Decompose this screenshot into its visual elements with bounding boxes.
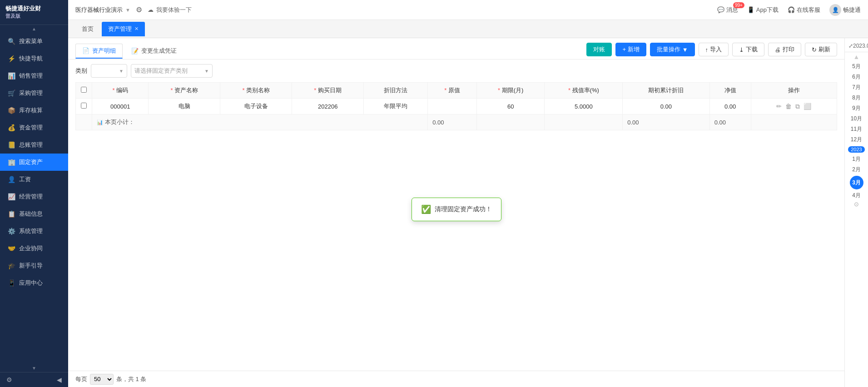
col-header-action: 操作: [751, 83, 837, 99]
sidebar-scroll-down[interactable]: ▼: [0, 364, 68, 372]
batch-arrow-icon: ▼: [682, 46, 688, 53]
sidebar-item-finance[interactable]: 💰 资金管理: [0, 119, 68, 136]
rp-expand-icon[interactable]: ⤢: [848, 43, 853, 49]
rp-month-2[interactable]: 2月: [845, 164, 868, 175]
sidebar-item-system[interactable]: ⚙️ 系统管理: [0, 223, 68, 240]
tab-close-icon[interactable]: ✕: [134, 26, 139, 32]
tab-home-label: 首页: [82, 25, 94, 33]
rp-month-9[interactable]: 9月: [845, 103, 868, 114]
collab-icon: 🤝: [7, 245, 15, 252]
subtab-bar: 📄 资产明细 📝 变更生成凭证 对账 + 新增 批量操作 ▼ ↑: [68, 38, 844, 60]
sidebar-item-ledger[interactable]: 📒 总账管理: [0, 136, 68, 154]
rp-month-6[interactable]: 6月: [845, 72, 868, 82]
subtotal-original: 0.00: [428, 114, 477, 130]
table-footer: 每页 50 100 200 条，共 1 条: [68, 371, 844, 387]
delete-icon[interactable]: 🗑: [785, 103, 792, 110]
guide-icon: 🎓: [7, 262, 15, 269]
app-center-icon: 📱: [7, 279, 15, 287]
table-wrap: 编码 资产名称 类别名称 购买日期 折旧方法 原值 期限(月) 残值率(%) 期…: [68, 82, 844, 371]
app-logo: 畅捷通好业财 普及版: [0, 0, 68, 25]
sidebar-item-quick-nav[interactable]: ⚡ 快捷导航: [0, 50, 68, 67]
batch-button[interactable]: 批量操作 ▼: [650, 43, 695, 56]
rp-year-badge[interactable]: 2023: [848, 146, 864, 153]
edit-icon[interactable]: ✏: [776, 103, 782, 110]
sidebar-item-label: 快捷导航: [19, 55, 43, 63]
rp-month-11[interactable]: 11月: [845, 124, 868, 134]
import-label: 导入: [710, 45, 722, 54]
sidebar-item-fixed-assets[interactable]: 🏢 固定资产: [0, 154, 68, 171]
sidebar-item-basic-info[interactable]: 📋 基础信息: [0, 205, 68, 223]
sidebar-collapse-icon[interactable]: ◀: [57, 376, 62, 383]
refresh-button[interactable]: ↻ 刷新: [805, 43, 837, 56]
toast-success-icon: ✅: [421, 204, 431, 214]
sidebar-item-guide[interactable]: 🎓 新手引导: [0, 257, 68, 274]
trial-button[interactable]: ☁ 我要体验一下: [148, 6, 192, 14]
rp-down-icon[interactable]: ⊙: [854, 201, 859, 208]
rp-month-8[interactable]: 8月: [845, 93, 868, 103]
copy-icon[interactable]: ⧉: [795, 103, 800, 110]
content-area: 📄 资产明细 📝 变更生成凭证 对账 + 新增 批量操作 ▼ ↑: [68, 38, 868, 387]
filter-bar: 类别 请选择固定资产类别: [68, 60, 844, 82]
sidebar-item-sales[interactable]: 📊 销售管理: [0, 67, 68, 84]
download-icon: ⤓: [739, 46, 744, 53]
online-service-button[interactable]: 🎧 在线客服: [788, 6, 820, 14]
filter-category-label: 类别: [75, 67, 87, 75]
message-button[interactable]: 💬 消息 99+: [717, 6, 738, 14]
sidebar-item-operations[interactable]: 📈 经营管理: [0, 188, 68, 205]
sales-icon: 📊: [7, 72, 15, 79]
row-name: 电脑: [149, 99, 220, 114]
col-header-original: 原值: [428, 83, 477, 99]
rp-month-1[interactable]: 1月: [845, 154, 868, 164]
sidebar-item-app-center[interactable]: 📱 应用中心: [0, 274, 68, 292]
sidebar-item-search[interactable]: 🔍 搜索菜单: [0, 33, 68, 50]
sidebar-item-collab[interactable]: 🤝 企业协同: [0, 240, 68, 257]
new-button[interactable]: + 新增: [615, 43, 646, 56]
sidebar-item-label: 采购管理: [19, 89, 43, 97]
sidebar-item-label: 经营管理: [19, 193, 43, 201]
sidebar-item-purchase[interactable]: 🛒 采购管理: [0, 84, 68, 102]
rp-month-5[interactable]: 5月: [845, 61, 868, 72]
action-icons: ✏ 🗑 ⧉ ⬜: [756, 103, 833, 110]
rp-month-7[interactable]: 7月: [845, 82, 868, 93]
service-icon: 🎧: [788, 6, 795, 13]
more-icon[interactable]: ⬜: [804, 103, 811, 110]
sidebar-scroll-up[interactable]: ▲: [0, 25, 68, 33]
col-header-period: 期限(月): [476, 83, 545, 99]
avatar: 👤: [829, 4, 841, 16]
rp-month-3[interactable]: 3月: [850, 176, 863, 189]
category-input-wrap[interactable]: 请选择固定资产类别: [131, 64, 213, 78]
logo-line1: 畅捷通好业财: [5, 5, 63, 13]
company-name: 医疗器械行业演示: [75, 6, 123, 14]
import-button[interactable]: ↑ 导入: [699, 43, 729, 56]
sidebar-item-inventory[interactable]: 📦 库存核算: [0, 102, 68, 119]
rp-month-12[interactable]: 12月: [845, 134, 868, 145]
row-period: 60: [476, 99, 545, 114]
rp-month-10[interactable]: 10月: [845, 114, 868, 124]
voucher-icon: 📝: [131, 48, 139, 55]
topbar-settings-icon[interactable]: ⚙: [136, 5, 142, 14]
print-button[interactable]: 🖨 打印: [768, 43, 801, 56]
row-original: [428, 99, 477, 114]
company-selector[interactable]: 医疗器械行业演示 ▼: [75, 6, 130, 14]
download-button[interactable]: ⤓ 下载: [732, 43, 764, 56]
finance-icon: 💰: [7, 124, 15, 131]
sidebar-settings-icon[interactable]: ⚙: [6, 376, 12, 383]
subtab-asset-detail[interactable]: 📄 资产明细: [75, 44, 123, 59]
tab-asset-management[interactable]: 资产管理 ✕: [102, 22, 145, 36]
category-select[interactable]: [91, 64, 127, 78]
app-download-button[interactable]: 📱 App下载: [747, 6, 779, 14]
select-all-checkbox[interactable]: [81, 87, 87, 93]
rp-month-4[interactable]: 4月: [845, 190, 868, 201]
tab-home[interactable]: 首页: [75, 22, 100, 36]
rp-up-arrow[interactable]: ▲: [853, 52, 861, 61]
inventory-icon: 📦: [7, 107, 15, 114]
topbar: 医疗器械行业演示 ▼ ⚙ ☁ 我要体验一下 💬 消息 99+ 📱 App下载 🎧…: [68, 0, 868, 20]
subtab-voucher-label: 变更生成凭证: [141, 47, 177, 55]
reconcile-button[interactable]: 对账: [586, 43, 612, 56]
sidebar-item-salary[interactable]: 👤 工资: [0, 171, 68, 188]
user-menu[interactable]: 👤 畅捷通: [829, 4, 861, 16]
subtab-voucher[interactable]: 📝 变更生成凭证: [124, 44, 184, 58]
row-checkbox[interactable]: [81, 103, 87, 109]
per-page-select[interactable]: 50 100 200: [90, 374, 114, 385]
batch-label: 批量操作: [657, 45, 680, 54]
